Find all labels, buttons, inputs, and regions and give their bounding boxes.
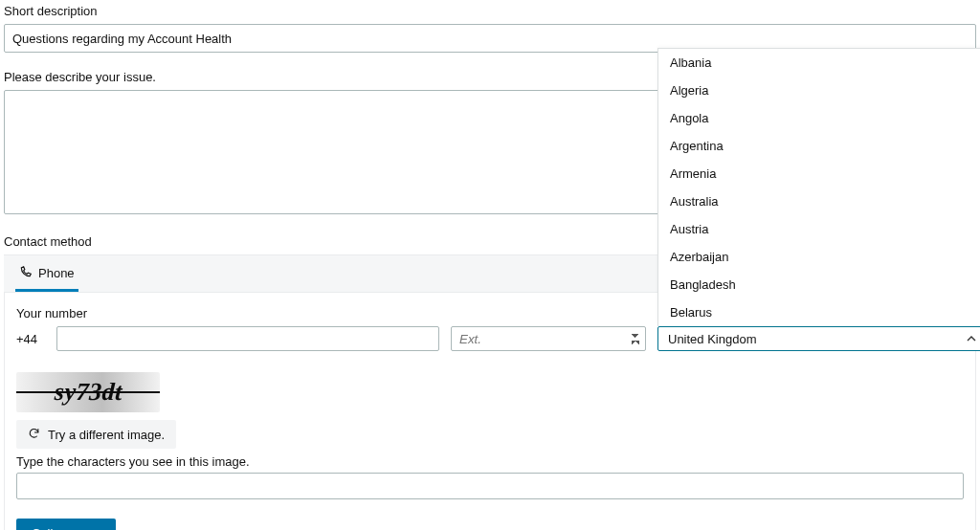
country-option[interactable]: Azerbaijan (658, 243, 980, 271)
dial-code: +44 (16, 332, 45, 346)
captcha-text: sy73dt (54, 378, 122, 407)
country-option[interactable]: Belarus (658, 298, 980, 326)
captcha-image: sy73dt (16, 372, 160, 412)
tab-phone-label: Phone (38, 266, 75, 280)
country-option[interactable]: Armenia (658, 160, 980, 188)
short-description-label: Short description (4, 4, 976, 18)
country-option[interactable]: Austria (658, 215, 980, 243)
phone-ext-input[interactable] (451, 326, 646, 351)
captcha-input[interactable] (16, 473, 964, 499)
country-option[interactable]: Bangladesh (658, 271, 980, 298)
tab-phone[interactable]: Phone (15, 255, 78, 292)
country-selected-label: United Kingdom (668, 332, 757, 346)
captcha-prompt: Type the characters you see in this imag… (16, 454, 964, 469)
call-me-now-button[interactable]: Call me now (16, 519, 116, 530)
refresh-icon (28, 427, 40, 442)
country-dropdown[interactable]: AlbaniaAlgeriaAngolaArgentinaArmeniaAust… (657, 48, 980, 326)
chevron-up-icon (967, 332, 976, 346)
captcha-refresh-button[interactable]: Try a different image. (16, 420, 176, 449)
country-select[interactable]: United Kingdom (657, 326, 980, 351)
country-option[interactable]: Algeria (658, 77, 980, 104)
country-option[interactable]: Argentina (658, 132, 980, 160)
phone-number-input[interactable] (56, 326, 439, 351)
country-option[interactable]: Albania (658, 49, 980, 77)
country-option[interactable]: Australia (658, 188, 980, 215)
phone-icon (19, 265, 33, 281)
country-option[interactable]: Angola (658, 104, 980, 132)
captcha-refresh-label: Try a different image. (48, 428, 165, 442)
